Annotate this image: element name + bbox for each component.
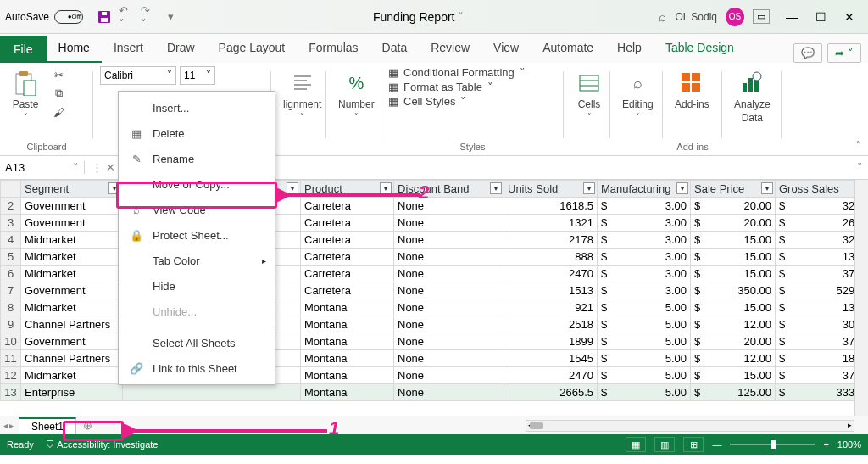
autosave-toggle[interactable]: AutoSave ●Off xyxy=(5,10,83,24)
sheet-next-icon[interactable]: ▸ xyxy=(9,421,14,430)
menu-delete[interactable]: ▦Delete xyxy=(119,120,275,146)
collapse-ribbon-icon[interactable]: ˄ xyxy=(855,139,861,152)
avatar[interactable]: OS xyxy=(726,8,744,26)
zoom-in-icon[interactable]: + xyxy=(823,439,828,450)
filter-icon[interactable]: ▾ xyxy=(583,182,595,194)
cells-button[interactable]: Cells˅ xyxy=(570,66,608,124)
ribbon-display-icon[interactable]: ▭ xyxy=(753,9,770,24)
tab-view[interactable]: View xyxy=(481,34,531,63)
tab-file[interactable]: File xyxy=(0,36,47,63)
col-segment[interactable]: Segment▾ xyxy=(21,181,123,198)
sheet-tab-sheet1[interactable]: Sheet1 xyxy=(19,417,76,434)
table-row[interactable]: 13EnterpriseMontanaNone2665.5$ 5.00$ 125… xyxy=(1,384,868,401)
editing-button[interactable]: ⌕Editing˅ xyxy=(617,66,659,124)
tab-home[interactable]: Home xyxy=(47,34,102,63)
format-as-table-button[interactable]: ▦Format as Table˅ xyxy=(388,81,526,93)
cell-styles-button[interactable]: ▦Cell Styles˅ xyxy=(388,95,526,108)
undo-icon[interactable]: ↶ ˅ xyxy=(119,9,134,25)
col-mfg[interactable]: Manufacturing▾ xyxy=(598,181,691,198)
svg-point-20 xyxy=(753,72,761,81)
sheet-context-menu: Insert... ▦Delete ✎Rename Move or Copy..… xyxy=(118,91,275,385)
editing-icon: ⌕ xyxy=(624,70,651,97)
page-break-view-icon[interactable]: ⊞ xyxy=(683,437,704,452)
menu-protect-sheet[interactable]: 🔒Protect Sheet... xyxy=(119,222,275,248)
maximize-button[interactable]: ☐ xyxy=(807,5,834,29)
sheet-tab-bar: ◂▸ Sheet1 ⊕ ◂▸ xyxy=(0,416,868,434)
paste-icon xyxy=(12,70,39,97)
accessibility-status[interactable]: ⛉ Accessibility: Investigate xyxy=(46,439,159,450)
menu-view-code[interactable]: ⌕View Code xyxy=(119,197,275,222)
tab-page-layout[interactable]: Page Layout xyxy=(207,34,298,63)
menu-move-or-copy[interactable]: Move or Copy... xyxy=(119,171,275,197)
title-bar: AutoSave ●Off ↶ ˅ ↷ ˅ ▾ Funding Report˅ … xyxy=(0,0,868,34)
col-units[interactable]: Units Sold▾ xyxy=(504,181,598,198)
doc-title[interactable]: Funding Report˅ xyxy=(178,10,659,24)
menu-tab-color[interactable]: Tab Color▸ xyxy=(119,248,275,273)
tab-data[interactable]: Data xyxy=(370,34,420,63)
tab-help[interactable]: Help xyxy=(605,34,654,63)
format-painter-icon[interactable]: 🖌 xyxy=(49,103,68,120)
menu-select-all-sheets[interactable]: Select All Sheets xyxy=(119,330,275,355)
comments-button[interactable]: 💬 xyxy=(793,43,822,63)
minimize-button[interactable]: — xyxy=(778,5,805,29)
number-button[interactable]: %Number˅ xyxy=(333,66,380,124)
tab-automate[interactable]: Automate xyxy=(531,34,605,63)
autosave-switch[interactable]: ●Off xyxy=(54,10,83,24)
autosave-label: AutoSave xyxy=(5,11,49,23)
search-icon[interactable]: ⌕ xyxy=(659,9,666,24)
cut-icon[interactable]: ✂ xyxy=(49,66,68,83)
horizontal-scrollbar[interactable]: ◂▸ xyxy=(526,420,854,432)
redo-icon[interactable]: ↷ ˅ xyxy=(141,9,156,25)
svg-rect-4 xyxy=(19,71,28,76)
addins-button[interactable]: Add-ins xyxy=(670,66,715,114)
svg-rect-1 xyxy=(101,18,108,22)
normal-view-icon[interactable]: ▦ xyxy=(626,437,646,452)
alignment-button[interactable]: lignment˅ xyxy=(278,66,326,124)
copy-icon[interactable]: ⧉ xyxy=(49,85,68,102)
svg-rect-14 xyxy=(692,73,700,81)
cells-icon xyxy=(576,70,603,97)
zoom-level[interactable]: 100% xyxy=(837,439,861,450)
qat-dropdown-icon[interactable]: ▾ xyxy=(163,9,178,25)
zoom-slider[interactable] xyxy=(730,444,815,445)
vertical-scrollbar[interactable] xyxy=(854,180,868,416)
filter-icon[interactable]: ▾ xyxy=(676,182,688,194)
filter-icon[interactable]: ▾ xyxy=(287,182,298,194)
page-layout-view-icon[interactable]: ▥ xyxy=(654,437,675,452)
tab-insert[interactable]: Insert xyxy=(102,34,155,63)
font-name-combo[interactable]: Calibri˅ xyxy=(100,66,176,85)
font-size-combo[interactable]: 11˅ xyxy=(180,66,215,85)
paste-button[interactable]: Paste ˅ xyxy=(7,66,44,124)
col-product[interactable]: Product▾ xyxy=(301,181,394,198)
new-sheet-icon[interactable]: ⊕ xyxy=(83,419,92,432)
conditional-formatting-button[interactable]: ▦Conditional Formatting˅ xyxy=(388,66,526,79)
select-all-corner[interactable] xyxy=(1,181,21,198)
annotation-number-2: 2 xyxy=(419,182,429,204)
filter-icon[interactable]: ▾ xyxy=(490,182,502,194)
col-discount[interactable]: Discount Band▾ xyxy=(394,181,504,198)
tab-formulas[interactable]: Formulas xyxy=(297,34,370,63)
analyze-data-button[interactable]: AnalyzeData xyxy=(729,66,776,127)
status-ready: Ready xyxy=(7,439,34,450)
col-price[interactable]: Sale Price▾ xyxy=(691,181,776,198)
user-name: OL Sodiq xyxy=(675,11,717,23)
tab-table-design[interactable]: Table Design xyxy=(654,34,746,63)
menu-insert[interactable]: Insert... xyxy=(119,95,275,120)
menu-unhide: Unhide... xyxy=(119,299,275,324)
filter-icon[interactable]: ▾ xyxy=(761,182,773,194)
formula-expand-icon[interactable]: ˅ xyxy=(852,161,868,174)
name-box[interactable]: A13˅ xyxy=(0,161,85,174)
svg-rect-5 xyxy=(24,81,36,96)
menu-hide[interactable]: Hide xyxy=(119,273,275,299)
close-button[interactable]: ✕ xyxy=(836,5,863,29)
menu-rename[interactable]: ✎Rename xyxy=(119,146,275,171)
tab-review[interactable]: Review xyxy=(419,34,481,63)
menu-link-to-sheet[interactable]: 🔗Link to this Sheet xyxy=(119,355,275,381)
filter-icon[interactable]: ▾ xyxy=(380,182,392,194)
sheet-prev-icon[interactable]: ◂ xyxy=(3,421,8,430)
share-button[interactable]: ➦ ˅ xyxy=(827,43,861,63)
annotation-number-1: 1 xyxy=(329,417,339,439)
save-icon[interactable] xyxy=(97,9,112,25)
zoom-out-icon[interactable]: — xyxy=(712,439,721,450)
tab-draw[interactable]: Draw xyxy=(155,34,207,63)
